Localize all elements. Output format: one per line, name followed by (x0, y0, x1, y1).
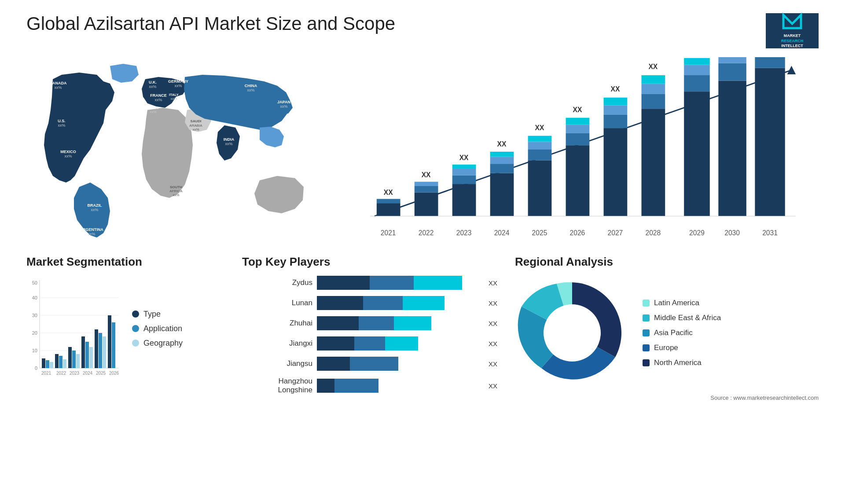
player-bar-mid-zhuhai (359, 316, 394, 330)
legend-latin-america: Latin America (643, 299, 721, 307)
svg-rect-39 (415, 193, 438, 216)
svg-rect-77 (641, 75, 665, 84)
svg-rect-63 (566, 133, 590, 145)
page-title: Global Azilsartan API Market Size and Sc… (26, 13, 395, 34)
players-title: Top Key Players (242, 255, 497, 269)
bottom-section: Market Segmentation 0 10 20 30 40 (26, 255, 819, 401)
player-row-lunan: Lunan XX (242, 296, 497, 310)
legend-type-dot (132, 310, 139, 318)
svg-rect-41 (415, 182, 438, 186)
players-container: Top Key Players Zydus XX Lunan (242, 255, 497, 401)
svg-text:xx%: xx% (88, 232, 95, 236)
svg-text:2026: 2026 (109, 371, 119, 376)
svg-text:xx%: xx% (247, 88, 254, 92)
regional-title: Regional Analysis (515, 255, 819, 269)
legend-europe-dot (643, 344, 650, 351)
player-bar-jiangsu (317, 357, 481, 371)
svg-text:2027: 2027 (608, 229, 623, 237)
svg-text:2024: 2024 (83, 371, 93, 376)
logo-box: MARKET RESEARCH INTELLECT (766, 13, 819, 48)
svg-text:xx%: xx% (58, 123, 65, 128)
svg-rect-40 (415, 186, 438, 193)
player-bar-mid-lunan (363, 296, 403, 310)
svg-rect-117 (81, 336, 85, 368)
logo-text: MARKET RESEARCH INTELLECT (781, 33, 804, 49)
segmentation-legend: Type Application Geography (132, 310, 183, 348)
svg-rect-35 (377, 203, 400, 216)
player-name-zhuhai: Zhuhai (242, 319, 312, 328)
player-xx-zhuhai: XX (489, 320, 497, 327)
svg-text:JAPAN: JAPAN (277, 100, 290, 104)
svg-rect-119 (89, 347, 93, 368)
legend-geography-dot (132, 340, 139, 347)
svg-rect-50 (490, 173, 514, 216)
svg-rect-74 (641, 109, 665, 216)
svg-rect-64 (566, 124, 590, 133)
player-bar-mid-jiangxi (354, 336, 385, 351)
svg-text:XX: XX (610, 85, 620, 93)
legend-type-label: Type (143, 310, 161, 319)
players-chart: Zydus XX Lunan XX (242, 276, 497, 394)
svg-rect-86 (718, 81, 746, 216)
svg-rect-125 (108, 315, 111, 319)
svg-text:10: 10 (32, 348, 37, 353)
player-bar-light-jiangxi (385, 336, 418, 351)
legend-asia-pacific-label: Asia Pacific (654, 329, 693, 337)
legend-type: Type (132, 310, 183, 319)
legend-north-america-dot (643, 359, 650, 366)
player-bar-light-lunan (403, 296, 445, 310)
svg-text:2023: 2023 (456, 229, 472, 237)
svg-rect-120 (95, 329, 98, 368)
player-bar-zydus (317, 276, 481, 290)
svg-text:xx%: xx% (91, 208, 98, 212)
svg-text:2024: 2024 (494, 229, 510, 237)
svg-rect-46 (452, 169, 476, 175)
player-bar-zhuhai (317, 316, 481, 330)
legend-europe-label: Europe (654, 343, 678, 352)
player-bar-dark-jiangxi (317, 336, 354, 351)
svg-text:ITALY: ITALY (169, 93, 179, 97)
svg-rect-108 (42, 358, 45, 368)
svg-rect-115 (72, 351, 76, 368)
top-section: CANADA xx% U.S. xx% MEXICO xx% BRAZIL xx… (26, 57, 819, 242)
legend-latin-america-dot (643, 299, 650, 307)
svg-text:ARABIA: ARABIA (189, 124, 202, 128)
svg-marker-34 (787, 66, 796, 75)
svg-text:2030: 2030 (724, 229, 740, 237)
svg-rect-81 (684, 75, 710, 91)
legend-application-dot (132, 325, 139, 332)
svg-rect-68 (604, 128, 628, 216)
player-bar-dark-lunan (317, 296, 363, 310)
logo-area: MARKET RESEARCH INTELLECT (766, 13, 819, 48)
player-bar-dark-hangzhou (317, 379, 334, 393)
svg-rect-58 (528, 142, 552, 150)
segmentation-container: Market Segmentation 0 10 20 30 40 (26, 255, 224, 401)
svg-text:2028: 2028 (645, 229, 661, 237)
svg-rect-70 (604, 105, 628, 114)
svg-rect-44 (452, 184, 476, 216)
legend-europe: Europe (643, 343, 721, 352)
svg-text:xx%: xx% (154, 98, 162, 102)
svg-text:xx%: xx% (173, 193, 179, 197)
svg-point-132 (544, 304, 601, 362)
legend-asia-pacific-dot (643, 329, 650, 336)
legend-application: Application (132, 324, 183, 333)
svg-text:SOUTH: SOUTH (170, 185, 182, 189)
logo-line1: MARKET (784, 33, 801, 38)
legend-north-america: North America (643, 358, 721, 367)
svg-text:XX: XX (535, 124, 544, 131)
svg-text:GERMANY: GERMANY (168, 79, 188, 84)
player-name-zydus: Zydus (242, 278, 312, 287)
svg-text:xx%: xx% (174, 84, 182, 88)
svg-text:2021: 2021 (41, 371, 51, 376)
svg-text:MEXICO: MEXICO (60, 150, 76, 154)
player-bar-mid-jiangsu (350, 357, 398, 371)
svg-rect-110 (50, 362, 53, 368)
svg-text:BRAZIL: BRAZIL (88, 203, 102, 208)
svg-text:U.K.: U.K. (149, 80, 157, 84)
player-xx-hangzhou: XX (489, 382, 497, 390)
player-name-jiangxi: Jiangxi (242, 339, 312, 348)
svg-rect-122 (103, 336, 106, 368)
svg-text:SAUDI: SAUDI (191, 119, 202, 123)
legend-middle-east: Middle East & Africa (643, 314, 721, 322)
